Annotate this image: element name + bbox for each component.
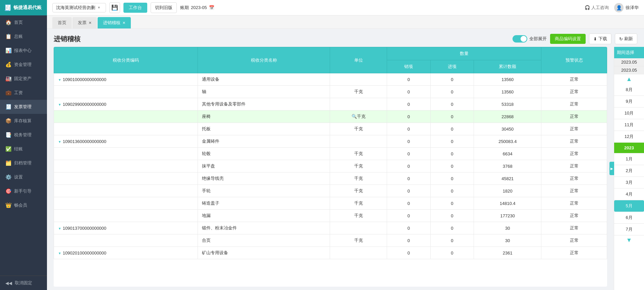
month-item[interactable]: 6月 (614, 212, 644, 224)
sidebar-item-assets[interactable]: 🏭 固定资产 (0, 72, 47, 86)
unpin-label: 取消固定 (15, 280, 32, 286)
sidebar-item-salary[interactable]: 💼 工资 (0, 86, 47, 100)
tab-home-label: 首页 (58, 20, 66, 26)
product-code-button[interactable]: 商品编码设置 (550, 34, 586, 44)
tab-invoice[interactable]: 发票 ✕ (72, 17, 97, 28)
cell-tax-name: 托板 (198, 123, 330, 135)
col-warning: 预警状态 (541, 47, 607, 73)
cell-total: 22868 (474, 111, 541, 123)
cell-tax-name: 合页 (198, 234, 330, 247)
sidebar-label-tax: 税务管理 (14, 132, 32, 138)
period-value: 2023-05 (191, 5, 207, 10)
month-item[interactable]: 12月 (614, 131, 644, 143)
sidebar-item-close[interactable]: ✅ 结账 (0, 142, 47, 156)
download-icon: ⬇ (593, 37, 597, 42)
cell-unit: 千克 (330, 210, 387, 222)
collapse-icon[interactable]: ▼ (58, 103, 61, 106)
sidebar-item-invoice[interactable]: 🧾 发票管理 (0, 100, 47, 114)
month-item[interactable]: 2月 (614, 165, 644, 177)
user-info[interactable]: 👤 徐泽华 (614, 3, 639, 12)
cell-tax-code (54, 111, 198, 123)
col-purchase: 进项 (430, 60, 474, 73)
workspace-button[interactable]: 工作台 (123, 3, 147, 13)
unpin-button[interactable]: ◀◀ 取消固定 (0, 276, 47, 290)
toggle-switch[interactable] (513, 35, 527, 43)
ledger-icon: 📋 (5, 33, 11, 40)
cell-unit: 千克 (330, 172, 387, 185)
month-item[interactable]: 9月 (614, 96, 644, 107)
company-name: 沈海英测试经营勿删 (56, 5, 95, 11)
scroll-up-button[interactable]: ▲ (614, 74, 644, 84)
table-row: 铸造盖子 千克 0 0 14810.4 正常 (54, 197, 607, 210)
cell-purchase: 0 (430, 234, 474, 247)
sidebar-label-report: 报表中心 (14, 48, 32, 54)
help-link[interactable]: 🎧 人工咨询 (585, 5, 609, 11)
tab-reconciliation-close[interactable]: ✕ (122, 21, 125, 25)
tab-home[interactable]: 首页 (52, 17, 72, 28)
cell-tax-name: 抹平盘 (198, 160, 330, 172)
collapse-icon[interactable]: ▼ (58, 140, 61, 144)
cell-purchase: 0 (430, 148, 474, 160)
sidebar-item-report[interactable]: 📊 报表中心 (0, 44, 47, 58)
cell-tax-code (54, 172, 198, 185)
cell-unit: 千克 (330, 234, 387, 247)
company-selector[interactable]: 沈海英测试经营勿删 ▼ (52, 3, 106, 12)
cell-tax-name: 铸造盖子 (198, 197, 330, 210)
sidebar-item-guide[interactable]: 🎯 新手引导 (0, 184, 47, 198)
period-label: 账期 (180, 5, 189, 11)
cell-total: 30450 (474, 123, 541, 135)
guide-icon: 🎯 (5, 188, 11, 194)
cell-total: 2361 (474, 247, 541, 259)
switch-version-button[interactable]: 切到旧版 (151, 2, 177, 13)
sidebar-item-ledger[interactable]: 📋 总账 (0, 29, 47, 44)
finance-icon: 💰 (5, 62, 11, 68)
cell-sales: 0 (387, 148, 431, 160)
save-button[interactable]: 💾 (109, 2, 120, 13)
month-item[interactable]: 1月 (614, 153, 644, 165)
sidebar-item-settings[interactable]: ⚙️ 设置 (0, 170, 47, 184)
cell-status: 正常 (541, 160, 607, 172)
cell-status: 正常 (541, 148, 607, 160)
month-item[interactable]: 8月 (614, 84, 644, 96)
cell-tax-name: 轴 (198, 86, 330, 98)
download-button[interactable]: ⬇ 下载 (589, 33, 611, 44)
sidebar-item-tax[interactable]: 📑 税务管理 (0, 128, 47, 142)
sidebar-item-home[interactable]: 🏠 首页 (0, 15, 47, 29)
archive-icon: 🗂️ (5, 160, 11, 166)
collapse-icon[interactable]: ▼ (58, 78, 61, 82)
month-item[interactable]: 5月 (614, 200, 644, 212)
tab-reconciliation[interactable]: 进销稽核 ✕ (98, 17, 131, 28)
table-row: 座椅 🔍千克 0 0 22868 正常 (54, 111, 607, 123)
sidebar-item-member[interactable]: 👑 畅会员 (0, 198, 47, 212)
sidebar-item-inventory[interactable]: 📦 库存核算 (0, 114, 47, 128)
cell-status: 正常 (541, 222, 607, 234)
expand-all-toggle[interactable]: 全部展开 (513, 35, 547, 43)
tabbar: 首页 发票 ✕ 进销稽核 ✕ (47, 15, 644, 29)
cell-unit (330, 135, 387, 148)
month-item[interactable]: 4月 (614, 189, 644, 200)
cell-purchase: 0 (430, 185, 474, 197)
table-row: 绝缘导线壳 千克 0 0 45821 正常 (54, 172, 607, 185)
refresh-button[interactable]: ↻ 刷新 (615, 33, 637, 44)
scroll-down-button[interactable]: ▼ (614, 235, 644, 245)
panel-toggle-button[interactable]: ▶ (609, 162, 614, 175)
sidebar-item-finance[interactable]: 💰 资金管理 (0, 58, 47, 72)
assets-icon: 🏭 (5, 76, 11, 82)
month-item[interactable]: 11月 (614, 119, 644, 131)
headset-icon: 🎧 (585, 5, 590, 10)
cell-tax-code: ▼109029900000000000 (54, 98, 198, 111)
topbar: 沈海英测试经营勿删 ▼ 💾 工作台 切到旧版 账期 2023-05 📅 🎧 人工… (47, 0, 644, 15)
month-item[interactable]: 3月 (614, 177, 644, 189)
collapse-icon[interactable]: ▼ (58, 251, 61, 255)
sidebar-item-archive[interactable]: 🗂️ 归档管理 (0, 156, 47, 170)
tab-invoice-close[interactable]: ✕ (89, 21, 92, 25)
search-icon[interactable]: 🔍 (352, 114, 357, 119)
month-item[interactable]: 2023 (614, 143, 644, 153)
month-item[interactable]: 10月 (614, 107, 644, 119)
cell-status: 正常 (541, 111, 607, 123)
calendar-icon[interactable]: 📅 (209, 5, 214, 10)
app-logo: 🧾 畅捷通易代账 (0, 0, 47, 15)
collapse-icon[interactable]: ▼ (58, 227, 61, 230)
month-item[interactable]: 7月 (614, 224, 644, 235)
inventory-icon: 📦 (5, 118, 11, 124)
